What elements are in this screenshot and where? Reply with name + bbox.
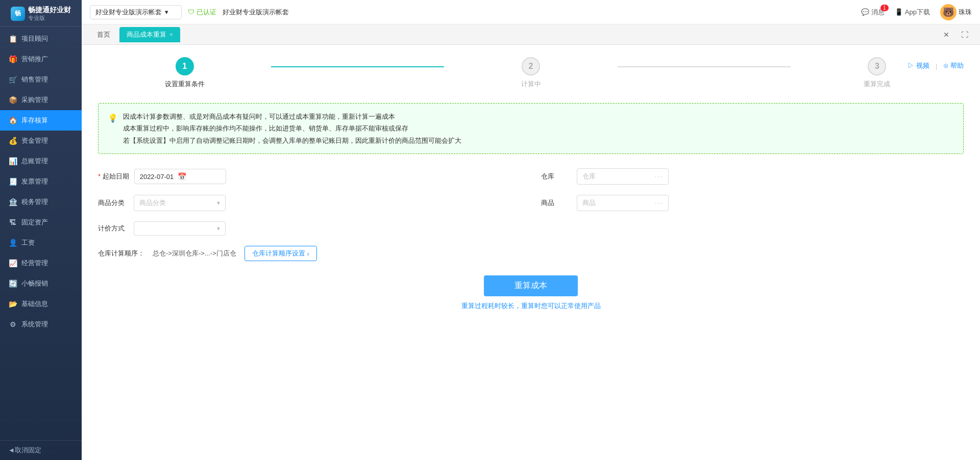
goods-input[interactable]: 商品 ··· (577, 195, 669, 211)
sidebar-item-item-basic[interactable]: 📂基础信息 (0, 294, 82, 314)
sidebar-item-item-payroll[interactable]: 👤工资 (0, 233, 82, 253)
sidebar-item-item-expense[interactable]: 🔄小畅报销 (0, 273, 82, 294)
help-link[interactable]: ⊙ 帮助 (943, 61, 964, 70)
form-row-1: 起始日期 2022-07-01 📅 仓库 仓库 ··· (98, 168, 964, 185)
recalc-section: 重算成本 重算过程耗时较长，重算时您可以正常使用产品 (98, 275, 964, 311)
avatar: 🐻 (940, 4, 957, 20)
sidebar-item-item-accounting[interactable]: 📊总账管理 (0, 151, 82, 171)
tab-expand-button[interactable]: ⛶ (958, 28, 972, 42)
warehouse-order-settings-button[interactable]: 仓库计算顺序设置 › (244, 246, 317, 261)
start-date-field: 起始日期 2022-07-01 📅 (98, 169, 521, 184)
sidebar-item-item-tax[interactable]: 🏦税务管理 (0, 192, 82, 212)
account-name: 好业财专业版演示帐套 (95, 8, 162, 17)
pricing-select[interactable]: ▾ (134, 221, 226, 236)
sidebar-item-item-ops[interactable]: 📈经营管理 (0, 253, 82, 273)
sidebar-label-item-payroll: 工资 (21, 238, 35, 247)
sidebar-icon-item-purchase: 📦 (8, 95, 17, 105)
sidebar-icon-item-order: 📋 (8, 34, 17, 43)
sidebar-label-item-inventory: 库存核算 (21, 116, 48, 125)
sidebar-icon-item-capital: 💰 (8, 136, 17, 145)
sidebar-icon-item-payroll: 👤 (8, 238, 17, 247)
sidebar-label-item-purchase: 采购管理 (21, 95, 48, 105)
tab-close-icon[interactable]: × (169, 31, 173, 38)
warehouse-label: 仓库 (541, 172, 572, 181)
sidebar-label-item-order: 项目顾问 (21, 34, 48, 43)
sidebar-item-item-capital[interactable]: 💰资金管理 (0, 131, 82, 151)
video-link[interactable]: ▷ 视频 (908, 61, 929, 70)
step-1: 1 设置重算条件 (98, 57, 271, 89)
stepper: 1 设置重算条件 2 计算中 3 重算完成 ▷ 视频 | ⊙ 帮助 (98, 57, 964, 89)
messages-button[interactable]: 💬 消息 1 (861, 8, 885, 17)
sidebar-unpin-button[interactable]: ◄取消固定 (0, 440, 82, 460)
sidebar-item-item-purchase[interactable]: 📦采购管理 (0, 90, 82, 110)
pricing-field: 计价方式 ▾ (98, 221, 521, 236)
tabs-bar: 首页 商品成本重算 × ✕ ⛶ (82, 24, 980, 45)
tab-close-button[interactable]: ✕ (939, 28, 953, 42)
topbar: 好业财专业版演示帐套 ▾ 🛡 已认证 好业财专业版演示帐套 💬 消息 1 📱 A… (82, 0, 980, 24)
recalc-button[interactable]: 重算成本 (484, 275, 578, 296)
sidebar-label-item-accounting: 总账管理 (21, 157, 48, 166)
chevron-down-icon: ▾ (217, 199, 220, 207)
user-profile[interactable]: 🐻 珠珠 (940, 4, 972, 20)
sidebar-label-item-assets: 固定资产 (21, 218, 48, 227)
start-date-value: 2022-07-01 (140, 173, 174, 181)
app-download-button[interactable]: 📱 App下载 (895, 8, 930, 17)
notice-line-3: 若【系统设置】中启用了自动调整记账日期时，会调整入库单的整单记账日期，因此重新计… (123, 135, 461, 146)
category-select[interactable]: 商品分类 ▾ (134, 195, 226, 211)
warehouse-order-value: 总仓->深圳仓库->...->门店仓 (153, 249, 236, 258)
sidebar-label-item-marketing: 营销推广 (21, 55, 48, 64)
app-download-label: App下载 (905, 8, 930, 17)
sidebar-item-item-system[interactable]: ⚙系统管理 (0, 314, 82, 335)
sidebar-label-item-invoice: 发票管理 (21, 177, 48, 186)
stepper-help: ▷ 视频 | ⊙ 帮助 (908, 61, 964, 70)
topbar-actions: 💬 消息 1 📱 App下载 🐻 珠珠 (861, 4, 972, 20)
main-area: 好业财专业版演示帐套 ▾ 🛡 已认证 好业财专业版演示帐套 💬 消息 1 📱 A… (82, 0, 980, 460)
shield-icon: 🛡 (188, 8, 194, 16)
verified-badge: 🛡 已认证 (188, 8, 216, 17)
sidebar-item-item-inventory[interactable]: 🏠库存核算 (0, 110, 82, 131)
dots-icon-2: ··· (655, 199, 663, 207)
form-row-2: 商品分类 商品分类 ▾ 商品 商品 ··· (98, 195, 964, 211)
sidebar-item-item-assets[interactable]: 🏗固定资产 (0, 212, 82, 233)
sidebar-icon-item-inventory: 🏠 (8, 116, 17, 125)
sidebar-item-item-sales[interactable]: 🛒销售管理 (0, 69, 82, 90)
sidebar-label-item-basic: 基础信息 (21, 299, 48, 309)
step-1-circle: 1 (176, 57, 194, 75)
form-section: 起始日期 2022-07-01 📅 仓库 仓库 ··· 商 (98, 168, 964, 236)
tab-cost-recalc[interactable]: 商品成本重算 × (119, 27, 180, 42)
tab-home-label: 首页 (97, 30, 110, 39)
warehouse-order-row: 仓库计算顺序： 总仓->深圳仓库->...->门店仓 仓库计算顺序设置 › (98, 246, 964, 261)
category-field: 商品分类 商品分类 ▾ (98, 195, 521, 211)
logo-sub: 专业版 (28, 14, 71, 22)
chevron-down-icon-2: ▾ (217, 225, 220, 232)
chevron-right-icon: › (307, 250, 309, 258)
logo-icon: 畅 (11, 7, 25, 21)
start-date-input[interactable]: 2022-07-01 📅 (134, 169, 226, 184)
sidebar-logo: 畅 畅捷通好业财 专业版 (0, 0, 82, 27)
sidebar-item-item-order[interactable]: 📋项目顾问 (0, 29, 82, 49)
sidebar-icon-item-accounting: 📊 (8, 157, 17, 166)
account-selector[interactable]: 好业财专业版演示帐套 ▾ (90, 5, 182, 19)
step-3-label: 重算完成 (864, 80, 890, 89)
username: 珠珠 (959, 8, 972, 17)
tab-home[interactable]: 首页 (90, 27, 117, 42)
warehouse-input[interactable]: 仓库 ··· (577, 168, 669, 185)
sidebar-item-item-marketing[interactable]: 🎁营销推广 (0, 49, 82, 69)
notice-line-2: 成本重算过程中，影响库存账的操作均不能操作，比如进货单、销货单、库存单据不能审核… (123, 122, 461, 134)
category-placeholder: 商品分类 (139, 198, 166, 208)
goods-placeholder: 商品 (582, 198, 596, 208)
dots-icon: ··· (655, 173, 663, 180)
sidebar-label-item-ops: 经营管理 (21, 259, 48, 268)
sidebar-icon-item-basic: 📂 (8, 299, 17, 309)
warehouse-field: 仓库 仓库 ··· (541, 168, 964, 185)
sidebar-icon-item-expense: 🔄 (8, 279, 17, 288)
goods-field: 商品 商品 ··· (541, 195, 964, 211)
sidebar-label-item-sales: 销售管理 (21, 75, 48, 84)
step-1-label: 设置重算条件 (165, 80, 205, 89)
notice-box: 💡 因成本计算参数调整、或是对商品成本有疑问时，可以通过成本重算功能，重新计算一… (98, 103, 964, 154)
sidebar-item-item-invoice[interactable]: 🧾发票管理 (0, 171, 82, 192)
step-line-2 (618, 66, 791, 67)
sidebar-icon-item-invoice: 🧾 (8, 177, 17, 186)
phone-icon: 📱 (895, 8, 903, 16)
step-2-circle: 2 (522, 57, 540, 75)
